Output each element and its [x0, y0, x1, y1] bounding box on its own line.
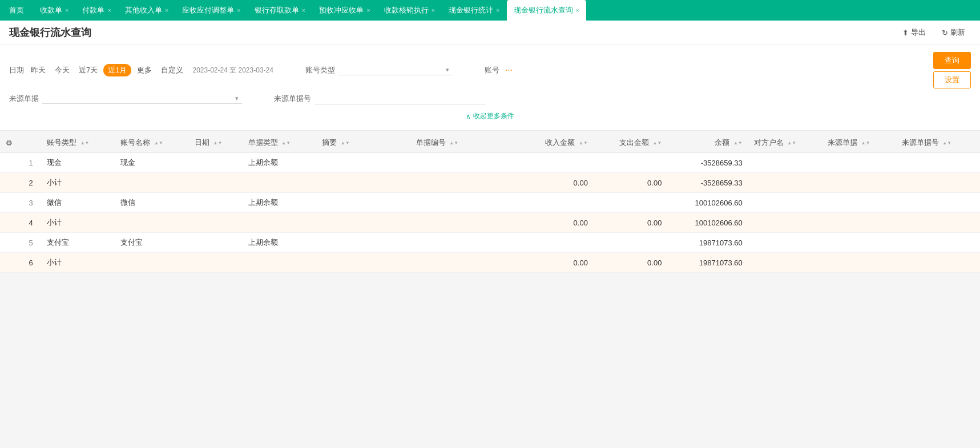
- close-icon-8[interactable]: ×: [576, 7, 579, 14]
- nav-tab-2[interactable]: 其他收入单 ×: [118, 0, 175, 21]
- date-today[interactable]: 今天: [51, 64, 73, 76]
- source-doc-select[interactable]: ▾: [42, 94, 242, 104]
- sort-icon-doc-no[interactable]: ▲▼: [449, 140, 458, 146]
- expense-cell: 0.00: [594, 253, 667, 273]
- table-body: 1现金现金上期余额-3528659.332小计0.000.00-3528659.…: [0, 153, 980, 273]
- nav-tab-5[interactable]: 预收冲应收单 ×: [312, 0, 377, 21]
- expense-cell: 0.00: [594, 173, 667, 193]
- sort-icon-income[interactable]: ▲▼: [579, 140, 588, 146]
- query-button[interactable]: 查询: [933, 52, 971, 69]
- date-range-display: 2023-02-24 至 2023-03-24: [192, 66, 273, 75]
- counterparty-cell: [748, 233, 822, 253]
- gear-cell: [0, 233, 21, 253]
- source-doc-cell: [822, 213, 896, 233]
- table-row[interactable]: 3微信微信上期余额100102606.60: [0, 193, 980, 213]
- close-icon-6[interactable]: ×: [431, 7, 435, 14]
- table-row[interactable]: 2小计0.000.00-3528659.33: [0, 173, 980, 193]
- nav-tab-7[interactable]: 现金银行统计 ×: [442, 0, 506, 21]
- counterparty-cell: [748, 153, 822, 173]
- date-cell: [189, 153, 243, 173]
- source-doc-no-cell: [896, 193, 980, 213]
- date-more[interactable]: 更多: [134, 64, 155, 76]
- close-icon-0[interactable]: ×: [65, 7, 68, 14]
- dots-button[interactable]: ···: [503, 65, 515, 75]
- nav-tab-6[interactable]: 收款核销执行 ×: [377, 0, 442, 21]
- doc-no-cell: [410, 173, 520, 193]
- table-row[interactable]: 5支付宝支付宝上期余额19871073.60: [0, 233, 980, 253]
- account-type-cell: 小计: [41, 173, 115, 193]
- th-income: 收入金额 ▲▼: [519, 133, 593, 153]
- date-custom[interactable]: 自定义: [158, 64, 187, 76]
- doc-no-cell: [410, 193, 520, 213]
- export-button[interactable]: ⬆ 导出: [897, 25, 931, 40]
- date-yesterday[interactable]: 昨天: [27, 64, 49, 76]
- expense-cell: [594, 153, 667, 173]
- sort-icon-counterparty[interactable]: ▲▼: [787, 140, 796, 146]
- sort-icon-account-name[interactable]: ▲▼: [154, 140, 163, 146]
- close-icon-2[interactable]: ×: [165, 7, 168, 14]
- nav-tab-1[interactable]: 付款单 ×: [75, 0, 118, 21]
- th-expense: 支出金额 ▲▼: [594, 133, 667, 153]
- close-icon-5[interactable]: ×: [366, 7, 370, 14]
- sort-icon-source-doc-no[interactable]: ▲▼: [942, 140, 951, 146]
- nav-tab-3[interactable]: 应收应付调整单 ×: [175, 0, 247, 21]
- th-doc-no: 单据编号 ▲▼: [410, 133, 520, 153]
- date-cell: [189, 173, 243, 193]
- date-1month[interactable]: 近1月: [103, 64, 131, 76]
- th-balance: 余额 ▲▼: [667, 133, 748, 153]
- filter-row-2: 来源单据 ▾ 来源单据号: [9, 93, 971, 104]
- counterparty-cell: [748, 213, 822, 233]
- expense-cell: [594, 233, 667, 253]
- sort-icon-doc-type[interactable]: ▲▼: [281, 140, 291, 146]
- table-row[interactable]: 1现金现金上期余额-3528659.33: [0, 153, 980, 173]
- settings-button[interactable]: 设置: [933, 71, 971, 88]
- sort-icon-summary[interactable]: ▲▼: [341, 140, 350, 146]
- th-source-doc-no: 来源单据号 ▲▼: [896, 133, 980, 153]
- doc-type-cell: [243, 213, 316, 233]
- nav-tab-0[interactable]: 收款单 ×: [33, 0, 75, 21]
- counterparty-cell: [748, 173, 822, 193]
- source-doc-cell: [822, 233, 896, 253]
- table-header-row: ⚙ 账号类型 ▲▼ 账号名称 ▲▼ 日期 ▲▼ 单据类型 ▲▼: [0, 133, 980, 153]
- nav-home[interactable]: 首页: [0, 0, 33, 21]
- account-type-cell: 微信: [41, 193, 115, 213]
- source-doc-no-input[interactable]: [314, 93, 486, 104]
- close-icon-3[interactable]: ×: [237, 7, 240, 14]
- sort-icon-source-doc[interactable]: ▲▼: [861, 140, 870, 146]
- account-type-cell: 支付宝: [41, 233, 115, 253]
- th-account-type: 账号类型 ▲▼: [41, 133, 115, 153]
- sort-icon-date[interactable]: ▲▼: [213, 140, 223, 146]
- nav-tab-4[interactable]: 银行存取款单 ×: [248, 0, 312, 21]
- balance-cell: -3528659.33: [667, 153, 748, 173]
- counterparty-cell: [748, 193, 822, 213]
- sort-icon-balance[interactable]: ▲▼: [733, 140, 743, 146]
- summary-cell: [316, 253, 410, 273]
- account-name-cell: [115, 173, 188, 193]
- collapse-bar[interactable]: ∧ 收起更多条件: [9, 109, 971, 123]
- gear-icon[interactable]: ⚙: [6, 139, 13, 147]
- account-type-select[interactable]: ▾: [338, 65, 453, 75]
- close-icon-4[interactable]: ×: [302, 7, 305, 14]
- close-icon-1[interactable]: ×: [107, 7, 111, 14]
- date-7days[interactable]: 近7天: [75, 64, 101, 76]
- th-gear: ⚙: [0, 133, 21, 153]
- source-doc-no-cell: [896, 213, 980, 233]
- source-doc-cell: [822, 253, 896, 273]
- no-cell: 2: [21, 173, 41, 193]
- balance-cell: 19871073.60: [667, 233, 748, 253]
- page-header: 现金银行流水查询 ⬆ 导出 ↻ 刷新: [0, 21, 980, 45]
- sort-icon-account-type[interactable]: ▲▼: [80, 140, 90, 146]
- account-name-cell: [115, 253, 188, 273]
- refresh-button[interactable]: ↻ 刷新: [936, 25, 971, 40]
- sort-icon-expense[interactable]: ▲▼: [653, 140, 662, 146]
- account-type-label: 账号类型: [305, 65, 335, 75]
- table-row[interactable]: 6小计0.000.0019871073.60: [0, 253, 980, 273]
- income-cell: 0.00: [519, 213, 593, 233]
- date-cell: [189, 193, 243, 213]
- summary-cell: [316, 193, 410, 213]
- account-type-cell: 小计: [41, 213, 115, 233]
- close-icon-7[interactable]: ×: [496, 7, 499, 14]
- nav-tab-8[interactable]: 现金银行流水查询 ×: [507, 0, 586, 21]
- table-row[interactable]: 4小计0.000.00100102606.60: [0, 213, 980, 233]
- date-label: 日期: [9, 65, 24, 75]
